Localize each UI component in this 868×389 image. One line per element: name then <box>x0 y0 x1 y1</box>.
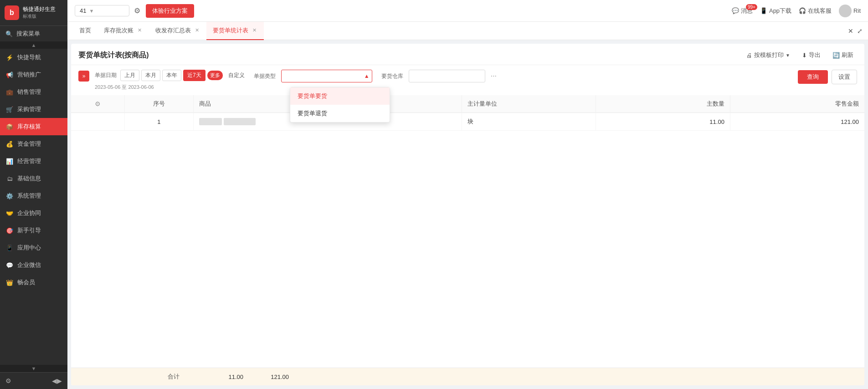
quick-nav-icon: ⚡ <box>5 54 14 61</box>
tab-receipt-summary[interactable]: 收发存汇总表 ✕ <box>149 22 206 40</box>
sidebar-item-system[interactable]: ⚙️ 系统管理 <box>0 187 67 205</box>
sales-icon: 💼 <box>5 89 14 96</box>
messages-item[interactable]: 💬 消息 99+ <box>732 7 753 15</box>
td-amount: 121.00 <box>730 113 864 131</box>
topbar-settings-icon[interactable]: ⚙ <box>134 6 140 15</box>
sidebar-item-label: 畅会员 <box>17 278 35 287</box>
sidebar-item-marketing[interactable]: 📢 营销推广 <box>0 66 67 83</box>
online-service-label: 在线客服 <box>808 7 832 15</box>
refresh-label: 刷新 <box>842 51 853 59</box>
app-logo-icon: b <box>5 5 19 20</box>
date-prev-month-btn[interactable]: 上月 <box>120 70 139 81</box>
tab-order-stats-close[interactable]: ✕ <box>251 27 257 34</box>
filter-bar: » 单据日期 上月 本月 本年 近7天 更多 自定义 2023-05-06 至 … <box>71 65 864 95</box>
sidebar-bottom: ⚙ ◀▶ <box>0 372 67 389</box>
enterprise-icon: 🤝 <box>5 210 14 217</box>
sidebar-item-finance[interactable]: 💰 资金管理 <box>0 135 67 153</box>
sidebar-item-sales[interactable]: 💼 销售管理 <box>0 83 67 101</box>
product-name-block <box>224 118 256 125</box>
export-btn[interactable]: ⬇ 导出 <box>798 49 824 61</box>
topbar-right: 💬 消息 99+ 📱 App下载 🎧 在线客服 Rit <box>732 5 861 17</box>
sidebar-item-label: 快捷导航 <box>17 53 41 61</box>
store-selector[interactable]: 41 ▼ <box>75 5 129 16</box>
app-sub: 标准版 <box>23 13 56 20</box>
col-settings-icon[interactable]: ⚙ <box>95 100 101 107</box>
td-unit: 块 <box>462 113 596 131</box>
search-menu-item[interactable]: 🔍 搜索菜单 <box>0 26 67 41</box>
sidebar-item-basic[interactable]: 🗂 基础信息 <box>0 170 67 187</box>
tab-home-label: 首页 <box>79 26 91 35</box>
page-header: 要货单统计表(按商品) 🖨 按模板打印 ▼ ⬇ 导出 🔄 刷新 <box>71 44 864 65</box>
table-header-row: ⚙ 序号 商品 主计量单位 主数量 零售金额 <box>71 95 864 113</box>
dropdown-item-yaohuo-order[interactable]: 要货单要货 <box>290 87 390 105</box>
type-select-input[interactable] <box>281 70 372 82</box>
online-service-icon: 🎧 <box>799 7 806 14</box>
tab-receipt-summary-label: 收发存汇总表 <box>155 26 191 35</box>
messages-badge: 99+ <box>746 4 757 10</box>
scroll-down-btn[interactable]: ▼ <box>0 365 67 372</box>
footer-label: 合计 <box>77 373 180 381</box>
date-label: 单据日期 <box>95 72 117 79</box>
refresh-btn[interactable]: 🔄 刷新 <box>829 49 857 61</box>
sidebar-item-enterprise[interactable]: 🤝 企业协同 <box>0 205 67 222</box>
th-settings: ⚙ <box>71 95 125 113</box>
query-btn[interactable]: 查询 <box>798 70 828 84</box>
page-title: 要货单统计表(按商品) <box>78 51 149 60</box>
tab-batch-account[interactable]: 库存批次账 ✕ <box>98 22 149 40</box>
trial-btn[interactable]: 体验行业方案 <box>146 4 194 18</box>
filter-settings-btn[interactable]: 设置 <box>832 70 857 84</box>
tab-home[interactable]: 首页 <box>73 22 98 40</box>
warehouse-input[interactable] <box>409 70 485 82</box>
print-btn[interactable]: 🖨 按模板打印 ▼ <box>743 49 794 61</box>
sidebar-collapse-btn[interactable]: ◀▶ <box>52 377 62 384</box>
sidebar-item-app-center[interactable]: 📱 应用中心 <box>0 239 67 256</box>
print-icon: 🖨 <box>746 52 752 59</box>
date-curr-year-btn[interactable]: 本年 <box>162 70 181 81</box>
app-name: 畅捷通好生意 <box>23 6 56 13</box>
tab-order-stats-label: 要货单统计表 <box>213 26 248 35</box>
tab-receipt-summary-close[interactable]: ✕ <box>194 27 200 34</box>
dropdown-item-yaohuo-return[interactable]: 要货单退货 <box>290 105 390 122</box>
marketing-icon: 📢 <box>5 72 14 78</box>
scroll-up-btn[interactable]: ▲ <box>0 41 67 49</box>
type-dropdown-popup: 要货单要货 要货单退货 <box>290 87 390 123</box>
app-download-item[interactable]: 📱 App下载 <box>760 7 791 15</box>
sidebar-item-member[interactable]: 👑 畅会员 <box>0 274 67 291</box>
sidebar-item-operation[interactable]: 📊 经营管理 <box>0 153 67 170</box>
warehouse-filter-group: 要货仓库 ··· <box>381 70 497 82</box>
settings-bottom-icon[interactable]: ⚙ <box>5 377 11 384</box>
page-actions: 🖨 按模板打印 ▼ ⬇ 导出 🔄 刷新 <box>743 49 857 61</box>
store-number: 41 <box>80 7 86 14</box>
page-content: 要货单统计表(按商品) 🖨 按模板打印 ▼ ⬇ 导出 🔄 刷新 <box>71 44 864 385</box>
sidebar-item-quick-nav[interactable]: ⚡ 快捷导航 <box>0 49 67 66</box>
date-custom-btn[interactable]: 自定义 <box>225 70 248 81</box>
system-icon: ⚙️ <box>5 193 14 200</box>
finance-icon: 💰 <box>5 141 14 148</box>
user-avatar-item[interactable]: Rit <box>839 5 861 17</box>
weixin-icon: 💬 <box>5 262 14 269</box>
warehouse-label: 要货仓库 <box>381 72 403 80</box>
date-more-btn[interactable]: 更多 <box>207 71 223 80</box>
sidebar-item-label: 库存核算 <box>17 123 41 131</box>
type-filter-group: 单据类型 ▲ <box>254 70 372 82</box>
online-service-item[interactable]: 🎧 在线客服 <box>799 7 832 15</box>
sidebar-item-newbie[interactable]: 🎯 新手引导 <box>0 222 67 239</box>
filter-expand-btn[interactable]: » <box>78 71 89 82</box>
tabs-expand-btn[interactable]: ⤢ <box>857 27 863 35</box>
tabs-close-all-btn[interactable]: ✕ <box>848 27 853 35</box>
date-last7-btn[interactable]: 近7天 <box>183 70 205 81</box>
tab-batch-account-close[interactable]: ✕ <box>136 27 143 34</box>
sidebar-item-purchase[interactable]: 🛒 采购管理 <box>0 101 67 118</box>
sidebar-item-weixin[interactable]: 💬 企业微信 <box>0 256 67 274</box>
td-qty: 11.00 <box>596 113 730 131</box>
footer-qty: 11.00 <box>216 374 262 380</box>
footer-amount: 121.00 <box>262 374 307 380</box>
basic-icon: 🗂 <box>5 175 14 182</box>
date-curr-month-btn[interactable]: 本月 <box>141 70 160 81</box>
tab-order-stats[interactable]: 要货单统计表 ✕ <box>206 22 264 40</box>
purchase-icon: 🛒 <box>5 106 14 113</box>
sidebar-item-inventory[interactable]: 📦 库存核算 <box>0 118 67 135</box>
sidebar-item-label: 营销推广 <box>17 71 41 79</box>
sidebar-logo: b 畅捷通好生意 标准版 <box>0 0 67 26</box>
warehouse-dots-btn[interactable]: ··· <box>491 72 497 80</box>
